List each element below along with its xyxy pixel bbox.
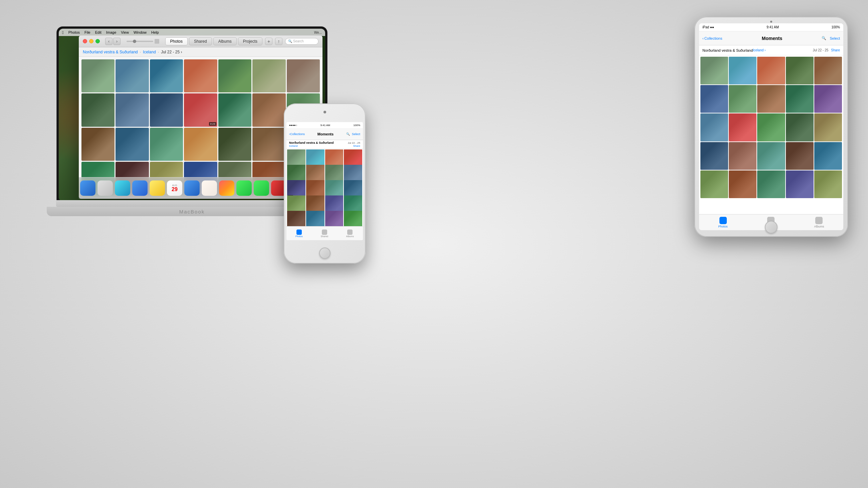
photo-thumb[interactable]: 0:23 xyxy=(184,93,217,126)
photo-thumb[interactable] xyxy=(150,128,183,161)
photo-thumb[interactable] xyxy=(116,93,149,126)
breadcrumb-region[interactable]: Norðurland vestra & Suðurland xyxy=(83,50,138,54)
photo-thumb[interactable] xyxy=(218,128,251,161)
iphone-tab-shared[interactable]: Shared xyxy=(320,229,328,237)
ipad-photo-thumb[interactable] xyxy=(814,57,842,85)
dock-icon-messages[interactable] xyxy=(236,181,252,196)
ipad-photo-thumb[interactable] xyxy=(701,113,728,141)
ipad-photo-thumb[interactable] xyxy=(814,85,842,113)
ipad-photo-thumb[interactable] xyxy=(786,170,814,198)
ipad-photo-thumb[interactable] xyxy=(786,85,814,113)
ipad-photo-thumb[interactable] xyxy=(757,170,785,198)
ipad-photo-thumb[interactable] xyxy=(814,142,842,170)
photo-thumb[interactable] xyxy=(252,93,285,126)
menu-edit[interactable]: Edit xyxy=(95,30,101,34)
search-box[interactable]: 🔍 Search xyxy=(285,38,318,45)
photo-thumb[interactable] xyxy=(252,59,285,92)
photo-thumb[interactable] xyxy=(184,128,217,161)
photo-thumb[interactable] xyxy=(287,59,320,92)
iphone-back-button[interactable]: ‹ Collections xyxy=(289,132,305,136)
apple-menu[interactable]:  xyxy=(62,30,64,35)
photo-thumb[interactable] xyxy=(218,93,251,126)
photo-thumb[interactable] xyxy=(116,128,149,161)
ipad-photo-thumb[interactable] xyxy=(814,113,842,141)
tab-shared[interactable]: Shared xyxy=(189,37,212,45)
ipad-photo-thumb[interactable] xyxy=(757,113,785,141)
ipad-photo-thumb[interactable] xyxy=(814,170,842,198)
photo-thumb[interactable] xyxy=(150,93,183,126)
ipad-photo-thumb[interactable] xyxy=(701,170,728,198)
menu-file[interactable]: File xyxy=(85,30,90,34)
ipad-photo-thumb[interactable] xyxy=(757,142,785,170)
zoom-slider[interactable] xyxy=(123,39,163,44)
ipad-search-button[interactable]: 🔍 xyxy=(822,36,826,40)
iphone-photo-thumb[interactable] xyxy=(287,211,306,226)
menu-help[interactable]: Help xyxy=(151,30,159,34)
ipad-photo-thumb[interactable] xyxy=(786,142,814,170)
iphone-search-button[interactable]: 🔍 xyxy=(346,132,350,136)
ipad-home-button[interactable] xyxy=(765,221,778,233)
iphone-share-button[interactable]: Share xyxy=(348,144,360,148)
dock-icon-finder[interactable] xyxy=(80,181,95,196)
tab-projects[interactable]: Projects xyxy=(238,37,262,45)
photo-thumb[interactable] xyxy=(150,59,183,92)
photo-thumb[interactable] xyxy=(252,128,285,161)
iphone-tab-photos[interactable]: Photos xyxy=(296,229,303,237)
breadcrumb-place[interactable]: Iceland xyxy=(143,50,156,54)
ipad-photo-thumb[interactable] xyxy=(701,57,728,85)
ipad-photo-thumb[interactable] xyxy=(757,57,785,85)
tab-albums[interactable]: Albums xyxy=(213,37,237,45)
ipad-share-button[interactable]: Share xyxy=(831,48,840,52)
ipad-tab-albums[interactable]: Albums xyxy=(814,217,824,228)
menu-image[interactable]: Image xyxy=(106,30,117,34)
dock-icon-calendar[interactable]: AUG29 xyxy=(167,181,182,196)
tab-photos[interactable]: Photos xyxy=(165,37,188,45)
ipad-tab-photos[interactable]: Photos xyxy=(718,217,727,228)
menu-window[interactable]: Window xyxy=(133,30,147,34)
ipad-photo-thumb[interactable] xyxy=(729,142,756,170)
photo-thumb[interactable] xyxy=(82,93,115,126)
photo-thumb[interactable] xyxy=(82,128,115,161)
ipad-back-button[interactable]: ‹ Collections xyxy=(703,36,722,40)
ipad-photo-thumb[interactable] xyxy=(701,142,728,170)
dock-icon-safari[interactable] xyxy=(115,181,130,196)
ipad-photo-thumb[interactable] xyxy=(786,57,814,85)
ipad-photo-thumb[interactable] xyxy=(757,85,785,113)
forward-arrow[interactable]: › xyxy=(113,38,121,45)
share-button[interactable]: ↑ xyxy=(275,38,282,45)
dock-icon-reminders[interactable] xyxy=(202,181,217,196)
menu-photos[interactable]: Photos xyxy=(68,30,80,34)
photo-thumb[interactable] xyxy=(184,59,217,92)
dock-icon-files[interactable] xyxy=(184,181,199,196)
dock-icon-mail[interactable] xyxy=(132,181,148,196)
dock-icon-photos[interactable] xyxy=(219,181,235,196)
photo-thumb[interactable] xyxy=(116,59,149,92)
menu-view[interactable]: View xyxy=(121,30,129,34)
dock-icon-notes[interactable] xyxy=(150,181,165,196)
ipad-breadcrumb-place[interactable]: Iceland › xyxy=(753,48,766,52)
iphone-photo-thumb[interactable] xyxy=(306,211,324,226)
photo-thumb[interactable] xyxy=(82,59,115,92)
ipad-photo-thumb[interactable] xyxy=(701,85,728,113)
ipad-select-button[interactable]: Select xyxy=(830,36,840,40)
dock-icon-launchpad[interactable] xyxy=(97,181,113,196)
iphone-photo-thumb[interactable] xyxy=(344,211,362,226)
ipad-photo-thumb[interactable] xyxy=(729,57,756,85)
iphone-tab-albums[interactable]: Albums xyxy=(346,229,354,237)
ipad-photo-thumb[interactable] xyxy=(729,170,756,198)
dock-icon-facetime[interactable] xyxy=(254,181,269,196)
iphone-photo-thumb[interactable] xyxy=(325,211,344,226)
iphone-select-button[interactable]: Select xyxy=(352,132,360,136)
add-button[interactable]: + xyxy=(265,38,272,45)
fullscreen-button[interactable] xyxy=(95,39,100,43)
iphone-home-button[interactable] xyxy=(319,248,331,259)
ipad-photo-thumb[interactable] xyxy=(729,85,756,113)
ipad-camera xyxy=(770,21,772,23)
iphone-breadcrumb-place[interactable]: Iceland xyxy=(289,144,334,148)
ipad-photo-thumb[interactable] xyxy=(729,113,756,141)
photo-thumb[interactable] xyxy=(218,59,251,92)
close-button[interactable] xyxy=(83,39,87,43)
back-arrow[interactable]: ‹ xyxy=(105,38,113,45)
ipad-photo-thumb[interactable] xyxy=(786,113,814,141)
minimize-button[interactable] xyxy=(89,39,93,43)
